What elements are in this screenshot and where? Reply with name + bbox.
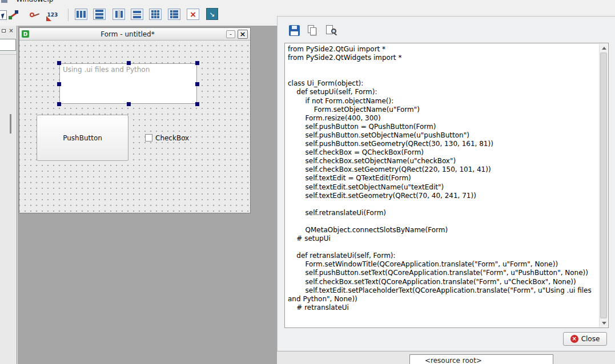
lay-out-grid-icon[interactable]	[149, 9, 162, 20]
lay-out-vertical-splitter-icon[interactable]	[131, 9, 143, 20]
arrow-up-icon	[602, 47, 606, 50]
float-icon	[2, 29, 6, 33]
selection-handle[interactable]	[127, 61, 131, 65]
find-icon[interactable]	[323, 23, 338, 38]
edit-signals-slots-icon[interactable]	[7, 8, 21, 22]
dock-float-button[interactable]	[1, 27, 7, 34]
generated-python-code[interactable]: from PySide2.QtGui import * from PySide2…	[288, 45, 598, 326]
close-button-label: Close	[581, 335, 600, 343]
lay-out-form-icon[interactable]	[168, 9, 180, 20]
code-view-dialog: from PySide2.QtGui import * from PySide2…	[277, 16, 615, 351]
widget-filter-input[interactable]	[0, 39, 16, 51]
code-editor[interactable]: from PySide2.QtGui import * from PySide2…	[284, 43, 609, 328]
resource-root-item[interactable]: <resource root>	[425, 357, 482, 364]
form-window-titlebar[interactable]: D Form - untitled* - ×	[19, 28, 250, 41]
dock-scrollbar-thumb[interactable]	[10, 114, 11, 134]
selection-handle[interactable]	[195, 102, 199, 106]
edit-tab-order-icon[interactable]: 123	[46, 8, 59, 22]
textedit-widget[interactable]: Using .ui files and Python	[59, 63, 197, 104]
widget-box-dock: ×	[0, 26, 17, 364]
dock-close-button[interactable]: ×	[8, 27, 14, 34]
lay-out-horizontally-icon[interactable]	[75, 9, 87, 20]
toolbar-separator	[68, 9, 69, 21]
selection-handle[interactable]	[195, 61, 199, 65]
selection-handle[interactable]	[127, 102, 131, 106]
copy-icon[interactable]	[305, 23, 320, 38]
close-icon: ×	[9, 27, 13, 34]
scrollbar-thumb[interactable]	[600, 52, 607, 318]
lay-out-vertically-icon[interactable]	[93, 9, 106, 20]
menubar: Window Help	[0, 0, 228, 3]
save-icon[interactable]	[287, 23, 302, 38]
break-layout-icon[interactable]: ×	[187, 9, 199, 20]
scroll-down-button[interactable]	[600, 319, 608, 327]
checkbox-box[interactable]	[145, 134, 152, 141]
selection-handle[interactable]	[57, 61, 61, 65]
selection-handle[interactable]	[195, 82, 199, 86]
selection-handle[interactable]	[57, 102, 61, 106]
adjust-size-icon[interactable]: ↘	[206, 8, 218, 20]
close-circle-icon: ×	[570, 335, 578, 343]
form-canvas[interactable]: Using .ui files and Python PushButton Ch…	[19, 41, 250, 213]
edit-buddies-icon[interactable]	[27, 8, 41, 22]
code-scrollbar[interactable]	[599, 44, 608, 327]
qt-designer-screen: Window Help 123	[0, 0, 615, 364]
resource-browser-window[interactable]: <resource root>	[409, 354, 553, 364]
minimize-button[interactable]: -	[226, 30, 235, 38]
checkbox-widget[interactable]: CheckBox	[145, 126, 203, 149]
arrow-down-icon	[602, 322, 606, 325]
selection-handle[interactable]	[57, 82, 61, 86]
dock-divider	[0, 54, 17, 55]
pushbutton-widget[interactable]: PushButton	[37, 115, 128, 161]
form-designer-window: D Form - untitled* - × Using .ui files a…	[19, 27, 251, 213]
lay-out-horizontal-splitter-icon[interactable]	[112, 9, 125, 20]
widget-frame-icon	[0, 10, 7, 20]
app-menu-icon[interactable]	[1, 0, 7, 3]
form-window-title: Form - untitled*	[31, 30, 224, 38]
checkbox-label: CheckBox	[155, 134, 189, 142]
menu-help[interactable]: Help	[38, 0, 53, 3]
designer-form-icon: D	[22, 30, 29, 38]
close-dialog-button[interactable]: × Close	[563, 332, 607, 346]
close-button[interactable]: ×	[238, 30, 248, 39]
scroll-up-button[interactable]	[600, 44, 608, 52]
textedit-placeholder[interactable]: Using .ui files and Python	[59, 63, 197, 104]
